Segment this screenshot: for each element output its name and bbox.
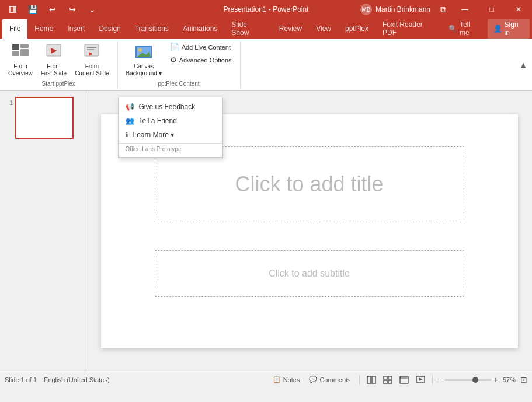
slide-sorter-button[interactable] [381, 374, 395, 386]
language: English (United States) [44, 376, 110, 383]
username: Martin Brinkmann [375, 5, 430, 13]
advanced-options-button[interactable]: ⚙ Advanced Options [166, 54, 235, 66]
friend-icon: 👥 [126, 117, 134, 125]
status-bar: Slide 1 of 1 English (United States) 📋 N… [0, 372, 532, 387]
slide-preview-1[interactable] [15, 97, 74, 139]
reading-view-button[interactable] [397, 374, 411, 386]
tell-friend-item[interactable]: 👥 Tell a Friend [119, 114, 222, 128]
svg-rect-3 [20, 44, 29, 48]
tab-design[interactable]: Design [92, 19, 127, 39]
svg-rect-24 [400, 376, 408, 383]
save-button[interactable]: 💾 [25, 1, 41, 18]
customize-qat-button[interactable]: ⌄ [84, 1, 100, 18]
from-first-slide-label: FromFirst Slide [41, 63, 67, 77]
group-pptplex-content: CanvasBackground ▾ 📄 Add Live Content ⚙ … [118, 41, 241, 88]
subtitle-placeholder-text: Click to add subtitle [269, 268, 350, 279]
zoom-out-button[interactable]: − [437, 375, 442, 384]
status-bar-left: Slide 1 of 1 English (United States) [5, 376, 110, 383]
svg-point-16 [138, 48, 142, 52]
tab-transitions[interactable]: Transitions [128, 19, 176, 39]
search-icon: 🔍 [448, 25, 457, 33]
notes-icon: 📋 [273, 376, 281, 383]
normal-view-button[interactable] [364, 374, 378, 386]
tab-view[interactable]: View [309, 19, 338, 39]
canvas-background-button[interactable]: CanvasBackground ▾ [123, 41, 165, 79]
from-overview-button[interactable]: FromOverview [5, 41, 36, 79]
slide-thumb-1[interactable]: 1 [2, 96, 84, 140]
pptplex-content-label: pptPlex Content [158, 81, 199, 88]
divider-2 [432, 375, 433, 384]
pptplex-dropdown: 📢 Give us Feedback 👥 Tell a Friend ℹ Lea… [118, 97, 223, 158]
tab-slideshow[interactable]: Slide Show [224, 19, 272, 39]
subtitle-placeholder[interactable]: Click to add subtitle [155, 250, 464, 297]
maximize-button[interactable]: □ [478, 0, 505, 19]
divider-1 [359, 375, 360, 384]
info-icon: ℹ [126, 131, 128, 139]
svg-rect-19 [372, 376, 375, 383]
svg-rect-4 [12, 51, 19, 56]
svg-rect-1 [11, 7, 13, 12]
svg-rect-11 [87, 47, 96, 48]
notes-button[interactable]: 📋 Notes [269, 375, 304, 384]
close-button[interactable]: ✕ [505, 0, 532, 19]
from-first-slide-button[interactable]: FromFirst Slide [37, 41, 70, 79]
from-current-slide-label: FromCurrent Slide [75, 63, 109, 77]
redo-button[interactable]: ↪ [64, 1, 81, 18]
zoom-in-button[interactable]: + [493, 375, 498, 384]
tab-file[interactable]: File [2, 19, 27, 39]
group-office-labs [241, 41, 250, 88]
fit-slide-button[interactable]: ⊡ [520, 375, 527, 384]
advanced-icon: ⚙ [170, 55, 177, 64]
comments-button[interactable]: 💬 Comments [305, 375, 354, 384]
ribbon-content: FromOverview FromFirst Slide FromCurrent… [0, 39, 532, 91]
comments-icon: 💬 [309, 376, 317, 383]
canvas-icon [134, 43, 153, 62]
dropdown-footer: Office Labs Prototype [119, 143, 222, 155]
undo-button[interactable]: ↩ [44, 1, 61, 18]
tell-me-button[interactable]: 🔍 Tell me [443, 19, 485, 39]
avatar: MB [360, 4, 372, 15]
tab-review[interactable]: Review [272, 19, 309, 39]
add-content-icon: 📄 [170, 43, 179, 51]
title-placeholder[interactable]: Click to add title [155, 146, 464, 222]
add-live-content-label: Add Live Content [182, 44, 231, 51]
minimize-button[interactable]: — [451, 0, 478, 19]
first-slide-icon [44, 43, 63, 62]
give-feedback-item[interactable]: 📢 Give us Feedback [119, 100, 222, 114]
tab-home[interactable]: Home [27, 19, 60, 39]
group-pptplex-content-items: CanvasBackground ▾ 📄 Add Live Content ⚙ … [123, 41, 235, 81]
from-overview-label: FromOverview [8, 63, 33, 77]
app-icon [5, 1, 21, 18]
canvas-background-label: CanvasBackground ▾ [126, 63, 162, 77]
presentation-view-button[interactable] [413, 374, 427, 386]
tab-pptplex[interactable]: pptPlex [338, 19, 375, 39]
title-placeholder-text: Click to add title [235, 172, 383, 197]
overview-icon [11, 43, 30, 62]
svg-marker-27 [419, 377, 423, 381]
group-start-pptplex: FromOverview FromFirst Slide FromCurrent… [0, 41, 118, 88]
tab-animations[interactable]: Animations [176, 19, 224, 39]
tab-foxitpdf[interactable]: Foxit Reader PDF [375, 19, 443, 39]
group-start-pptplex-items: FromOverview FromFirst Slide FromCurrent… [5, 41, 113, 81]
title-bar-left: 💾 ↩ ↪ ⌄ [5, 1, 100, 18]
signin-button[interactable]: 👤 Sign in [488, 19, 530, 39]
tab-insert[interactable]: Insert [60, 19, 92, 39]
zoom-slider[interactable] [444, 379, 491, 381]
svg-rect-12 [87, 49, 94, 50]
svg-rect-22 [384, 380, 387, 383]
svg-rect-2 [12, 44, 19, 50]
slide-number-1: 1 [4, 99, 13, 106]
slide-panel: 1 [0, 91, 86, 372]
collapse-ribbon-button[interactable]: ▲ [519, 60, 527, 69]
start-pptplex-label: Start pptPlex [42, 81, 75, 88]
zoom-level[interactable]: 57% [503, 376, 516, 383]
from-current-slide-button[interactable]: FromCurrent Slide [71, 41, 112, 79]
current-slide-icon [82, 43, 101, 62]
add-live-content-button[interactable]: 📄 Add Live Content [166, 41, 235, 53]
person-icon: 👤 [493, 25, 502, 33]
learn-more-item[interactable]: ℹ Learn More ▾ [119, 128, 222, 142]
svg-rect-23 [388, 380, 392, 383]
restore-button[interactable]: ⧉ [435, 1, 451, 18]
ribbon-tabs: File Home Insert Design Transitions Anim… [0, 19, 532, 39]
slide-info: Slide 1 of 1 [5, 376, 37, 383]
